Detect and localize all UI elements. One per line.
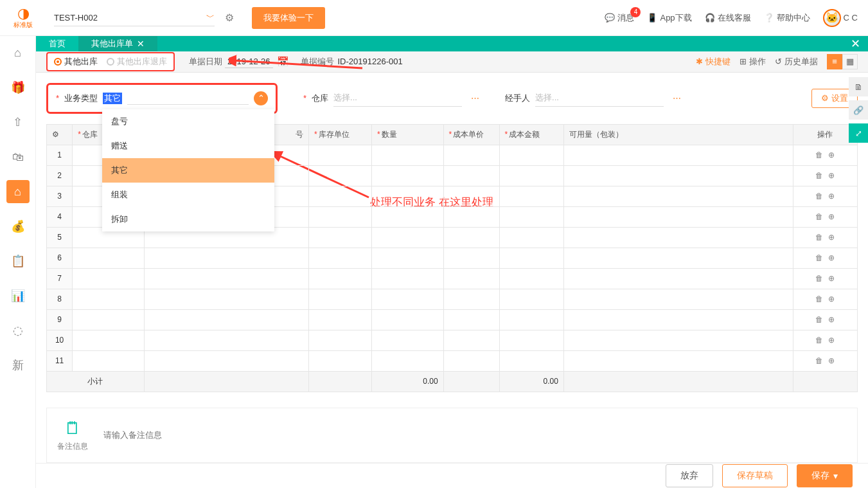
delete-icon[interactable]: 🗑 <box>815 356 823 365</box>
messages-link[interactable]: 💬 消息 4 <box>605 12 634 24</box>
col-action: 操作 <box>793 124 857 145</box>
shortcut-link[interactable]: ✱快捷键 <box>696 56 731 68</box>
add-icon[interactable]: ⊕ <box>828 171 835 180</box>
delete-icon[interactable]: 🗑 <box>815 192 823 201</box>
try-button[interactable]: 我要体验一下 <box>252 7 325 29</box>
nav-home[interactable]: ⌂ <box>6 41 30 64</box>
delete-icon[interactable]: 🗑 <box>815 150 823 159</box>
tool-note[interactable]: 🗎 <box>849 77 868 96</box>
add-icon[interactable]: ⊕ <box>828 294 835 303</box>
add-icon[interactable]: ⊕ <box>828 150 835 159</box>
table-row[interactable]: 6🗑⊕ <box>47 248 858 268</box>
row-index: 4 <box>47 206 73 227</box>
add-icon[interactable]: ⊕ <box>828 315 835 324</box>
dd-item-disassemble[interactable]: 拆卸 <box>102 207 274 231</box>
dd-item-gift[interactable]: 赠送 <box>102 134 274 158</box>
delete-icon[interactable]: 🗑 <box>815 315 823 324</box>
footer: 放弃 保存草稿 保存▾ <box>36 463 868 488</box>
radio-out[interactable]: 其他出库 <box>54 56 98 68</box>
row-actions: 🗑⊕ <box>793 330 857 350</box>
right-tools: 🗎 🔗 ⤢ <box>849 77 868 143</box>
help-link[interactable]: ❔ 帮助中心 <box>764 12 810 24</box>
add-icon[interactable]: ⊕ <box>828 336 835 345</box>
delete-icon[interactable]: 🗑 <box>815 212 823 221</box>
history-link[interactable]: ↺历史单据 <box>775 56 818 68</box>
delete-icon[interactable]: 🗑 <box>815 294 823 303</box>
topbar: ◑ 标准版 TEST-H002 ﹀ ⚙ 我要体验一下 💬 消息 4 📱 App下… <box>0 0 868 36</box>
add-icon[interactable]: ⊕ <box>828 233 835 242</box>
col-gear[interactable]: ⚙ <box>47 124 73 145</box>
add-icon[interactable]: ⊕ <box>828 192 835 201</box>
table-row[interactable]: 11🗑⊕ <box>47 350 858 371</box>
date-value[interactable]: 2019-12-26 <box>225 55 273 68</box>
close-icon[interactable]: ✕ <box>137 39 145 49</box>
save-draft-button[interactable]: 保存草稿 <box>722 464 788 487</box>
operate-link[interactable]: ⊞操作 <box>740 56 766 68</box>
delete-icon[interactable]: 🗑 <box>815 253 823 262</box>
table-row[interactable]: 10🗑⊕ <box>47 330 858 350</box>
service-link[interactable]: 🎧 在线客服 <box>705 12 751 24</box>
avatar: 🐱 <box>823 9 841 27</box>
table-row[interactable]: 7🗑⊕ <box>47 268 858 289</box>
nav-gift[interactable]: 🎁 <box>6 76 30 99</box>
warehouse-field[interactable]: * 仓库 选择... ⋯ <box>303 89 479 108</box>
dd-item-assemble[interactable]: 组装 <box>102 183 274 207</box>
dd-item-loss[interactable]: 盘亏 <box>102 109 274 134</box>
app-download-link[interactable]: 📱 App下载 <box>647 12 691 24</box>
row-index: 10 <box>47 330 73 350</box>
row-actions: 🗑⊕ <box>793 289 857 309</box>
dd-item-other[interactable]: 其它 <box>102 158 274 183</box>
add-icon[interactable]: ⊕ <box>828 274 835 283</box>
more-icon[interactable]: ⋯ <box>471 93 479 103</box>
row-actions: 🗑⊕ <box>793 227 857 248</box>
tab-home[interactable]: 首页 <box>36 36 78 51</box>
add-icon[interactable]: ⊕ <box>828 356 835 365</box>
message-icon: 💬 <box>605 13 615 23</box>
nav-new[interactable]: 新 <box>6 354 30 377</box>
table-row[interactable]: 9🗑⊕ <box>47 309 858 330</box>
nav-sync[interactable]: ◌ <box>6 319 30 342</box>
delete-icon[interactable]: 🗑 <box>815 336 823 345</box>
handler-field[interactable]: 经手人 选择... ⋯ <box>505 89 681 108</box>
chevron-up-icon[interactable]: ⌃ <box>254 91 268 105</box>
delete-icon[interactable]: 🗑 <box>815 233 823 242</box>
add-icon[interactable]: ⊕ <box>828 253 835 262</box>
nav-bag[interactable]: 🛍 <box>6 145 30 168</box>
calendar-icon[interactable]: 📅 <box>277 56 289 68</box>
radio-return[interactable]: 其他出库退库 <box>107 56 167 68</box>
shortcut-label: 快捷键 <box>705 56 731 68</box>
view-grid[interactable]: ▦ <box>842 54 858 69</box>
remark-input[interactable] <box>103 430 847 440</box>
nav-money[interactable]: 💰 <box>6 215 30 238</box>
table-row[interactable]: 8🗑⊕ <box>47 289 858 309</box>
gear-icon[interactable]: ⚙ <box>225 12 234 24</box>
gear-icon: ⚙ <box>821 93 829 103</box>
nav-warehouse[interactable]: ⌂ <box>6 180 30 203</box>
tool-expand[interactable]: ⤢ <box>849 123 868 143</box>
user-menu[interactable]: 🐱 C C <box>823 9 858 27</box>
row-index: 9 <box>47 309 73 330</box>
tab-current[interactable]: 其他出库单 ✕ <box>78 36 157 51</box>
subtotal-row: 小计 0.00 0.00 <box>47 371 858 392</box>
col-available: 可用量（包装） <box>563 124 793 145</box>
discard-button[interactable]: 放弃 <box>666 464 713 487</box>
nav-up[interactable]: ⇧ <box>6 111 30 134</box>
nav-report[interactable]: 📊 <box>6 284 30 307</box>
nav-doc[interactable]: 📋 <box>6 249 30 273</box>
wh-placeholder: 选择... <box>333 92 357 104</box>
tool-link[interactable]: 🔗 <box>849 100 868 120</box>
app-label: App下载 <box>660 12 691 24</box>
save-button[interactable]: 保存▾ <box>797 464 853 487</box>
tabs-close-all[interactable]: ✕ <box>842 36 868 51</box>
chevron-down-icon: ﹀ <box>206 12 215 23</box>
help-icon: ❔ <box>764 13 774 23</box>
add-icon[interactable]: ⊕ <box>828 212 835 221</box>
more-icon[interactable]: ⋯ <box>673 93 681 103</box>
delete-icon[interactable]: 🗑 <box>815 274 823 283</box>
delete-icon[interactable]: 🗑 <box>815 171 823 180</box>
org-selector[interactable]: TEST-H002 ﹀ <box>54 9 215 26</box>
row-index: 2 <box>47 165 73 186</box>
biz-type-value[interactable]: 其它 <box>103 93 122 104</box>
view-list[interactable]: ≡ <box>827 54 842 69</box>
service-label: 在线客服 <box>718 12 751 24</box>
